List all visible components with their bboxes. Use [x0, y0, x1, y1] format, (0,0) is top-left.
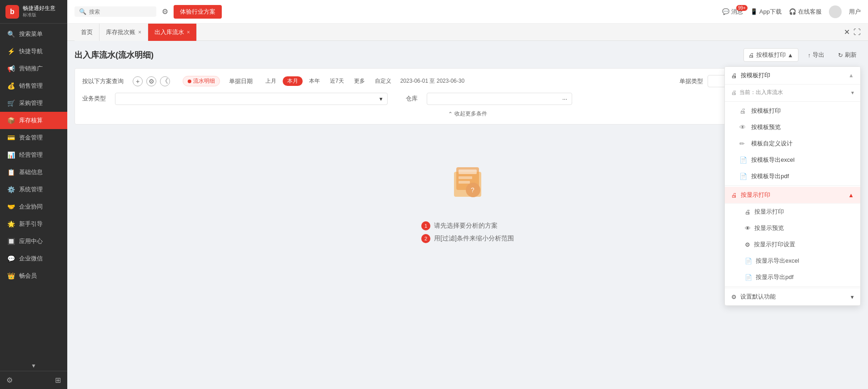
user-avatar[interactable] [829, 5, 842, 18]
collapse-icon[interactable]: ⊞ [55, 376, 61, 384]
stream-tag-dot [188, 80, 191, 83]
topbar-search-container: 🔍 [75, 6, 156, 17]
stream-tag[interactable]: 流水明细 [183, 76, 220, 86]
refresh-btn[interactable]: ↻ 刷新 [834, 49, 861, 61]
refresh-icon: ↻ [838, 52, 843, 59]
date-opt-last-month[interactable]: 上月 [262, 76, 280, 86]
dropdown-display-print[interactable]: 🖨 按显示打印 [725, 204, 860, 220]
template-print-btn[interactable]: 🖨 按模板打印 ▲ [743, 48, 798, 62]
divider-2 [725, 185, 860, 186]
sidebar-item-basic[interactable]: 📋基础信息 [0, 164, 67, 181]
sidebar-item-sales[interactable]: 💰销售管理 [0, 77, 67, 95]
app-download[interactable]: 📱 App下载 [750, 8, 782, 16]
tab-flow-close[interactable]: × [187, 29, 190, 35]
dropdown-footer[interactable]: ⚙ 设置默认功能 ▾ [725, 288, 860, 305]
sidebar-nav: 🔍搜索菜单⚡快捷导航📢营销推广💰销售管理🛒采购管理📦库存核算💳资金管理📊经营管理… [0, 24, 67, 361]
date-range: 2023-06-01 至 2023-06-30 [400, 77, 464, 85]
dropdown-display-pdf[interactable]: 📄 按显示导出pdf [725, 269, 860, 285]
tab-inventory-batch-label: 库存批次账 [106, 28, 135, 36]
template-excel-icon: 📄 [739, 156, 748, 164]
sidebar-scroll[interactable]: ▼ [0, 361, 67, 371]
sidebar-item-inventory[interactable]: 📦库存核算 [0, 112, 67, 129]
date-opt-7days[interactable]: 近7天 [326, 76, 348, 86]
tab-flow[interactable]: 出入库流水 × [148, 24, 197, 41]
empty-steps: 1 请先选择要分析的方案 2 用[过滤]条件来缩小分析范围 [421, 221, 514, 247]
sidebar-item-quick-nav[interactable]: ⚡快捷导航 [0, 43, 67, 60]
nav-icon-marketing: 📢 [6, 65, 15, 72]
collapse-icon: ⌃ [448, 111, 453, 117]
dropdown-display-section[interactable]: 🖨 按显示打印 ▲ [725, 187, 860, 204]
settings-gear-icon[interactable]: ⚙ [162, 7, 168, 16]
nav-label-purchase: 采购管理 [19, 99, 43, 107]
display-settings-label: 按显示打印设置 [754, 240, 795, 249]
filter-collapse-btn-small[interactable]: 《 [160, 76, 170, 86]
display-print-icon: 🖨 [745, 209, 751, 215]
biz-type-chevron: ▾ [379, 95, 383, 102]
page-title: 出入库流水(流水明细) [75, 50, 154, 60]
settings-icon[interactable]: ⚙ [6, 376, 13, 384]
sidebar-item-system[interactable]: ⚙️系统管理 [0, 181, 67, 198]
sidebar-item-apps[interactable]: 🔲应用中心 [0, 233, 67, 250]
print-header-icon: 🖨 [731, 72, 737, 79]
dropdown-template-print[interactable]: 🖨 按模板打印 [725, 103, 860, 119]
doc-type-label: 单据类型 [679, 77, 703, 85]
display-preview-label: 按显示预览 [754, 224, 784, 232]
dropdown-display-settings[interactable]: ⚙ 按显示打印设置 [725, 236, 860, 253]
export-icon: ↑ [808, 52, 811, 59]
biz-type-select[interactable]: ▾ [115, 93, 388, 105]
industry-btn[interactable]: 体验行业方案 [174, 5, 222, 19]
date-opt-this-year[interactable]: 本年 [305, 76, 324, 86]
template-print-label: 按模板打印 [756, 51, 786, 59]
filter-add-btn[interactable]: + [133, 76, 143, 86]
dropdown-template-excel[interactable]: 📄 按模板导出excel [725, 152, 860, 168]
tab-expand-icon[interactable]: ⛶ [853, 28, 861, 36]
main-area: 🔍 ⚙ 体验行业方案 💬 消息 99+ 📱 App下载 🎧 在线客服 用户 [67, 0, 868, 389]
sidebar: b 畅捷通好生意 标准版 🔍搜索菜单⚡快捷导航📢营销推广💰销售管理🛒采购管理📦库… [0, 0, 67, 389]
sidebar-item-member[interactable]: 👑畅会员 [0, 267, 67, 284]
tab-inventory-batch[interactable]: 库存批次账 × [100, 24, 148, 41]
nav-icon-system: ⚙️ [6, 186, 15, 193]
sidebar-item-operation[interactable]: 📊经营管理 [0, 146, 67, 164]
nav-label-collab: 企业协同 [19, 203, 43, 211]
dropdown-header-chevron[interactable]: ▲ [848, 72, 854, 79]
display-pdf-label: 按显示导出pdf [756, 273, 793, 281]
date-label: 单据日期 [229, 77, 253, 85]
dropdown-template-custom[interactable]: ✏ 模板自定义设计 [725, 135, 860, 152]
nav-icon-purchase: 🛒 [6, 100, 15, 107]
customer-service[interactable]: 🎧 在线客服 [789, 8, 822, 16]
sidebar-item-finance[interactable]: 💳资金管理 [0, 129, 67, 146]
dropdown-display-excel[interactable]: 📄 按显示导出excel [725, 253, 860, 269]
template-excel-label: 按模板导出excel [751, 156, 794, 164]
date-opt-more[interactable]: 更多 [350, 76, 369, 86]
search-icon: 🔍 [79, 8, 86, 15]
tabs-bar: 首页 库存批次账 × 出入库流水 × ✕ ⛶ [67, 24, 868, 41]
nav-icon-basic: 📋 [6, 169, 15, 176]
date-opt-custom[interactable]: 自定义 [371, 76, 395, 86]
tab-inventory-batch-close[interactable]: × [138, 29, 141, 35]
dropdown-header: 🖨 按模板打印 ▲ [725, 67, 860, 85]
sidebar-item-wechat[interactable]: 💬企业微信 [0, 250, 67, 267]
filter-settings-btn[interactable]: ⚙ [146, 76, 156, 86]
search-input[interactable] [89, 9, 152, 15]
topbar: 🔍 ⚙ 体验行业方案 💬 消息 99+ 📱 App下载 🎧 在线客服 用户 [67, 0, 868, 24]
sidebar-item-purchase[interactable]: 🛒采购管理 [0, 95, 67, 112]
current-label-content: 🖨 当前：出入库流水 [731, 89, 783, 96]
dropdown-template-preview[interactable]: 👁 按模板预览 [725, 119, 860, 135]
date-options: 上月 本月 本年 近7天 更多 自定义 2023-06-01 至 2023-06… [262, 76, 670, 86]
date-opt-this-month[interactable]: 本月 [283, 76, 303, 86]
dropdown-display-preview[interactable]: 👁 按显示预览 [725, 220, 860, 236]
sidebar-item-marketing[interactable]: 📢营销推广 [0, 60, 67, 77]
export-btn[interactable]: ↑ 导出 [804, 49, 829, 61]
sidebar-item-guide[interactable]: 🌟新手引导 [0, 215, 67, 233]
sidebar-logo: b 畅捷通好生意 标准版 [0, 0, 67, 24]
dropdown-header-title: 🖨 按模板打印 [731, 71, 770, 80]
dropdown-template-pdf[interactable]: 📄 按模板导出pdf [725, 168, 860, 185]
warehouse-label: 仓库 [406, 95, 418, 103]
tab-home[interactable]: 首页 [75, 24, 100, 41]
current-icon: 🖨 [731, 90, 737, 96]
sidebar-item-collab[interactable]: 🤝企业协同 [0, 198, 67, 215]
tab-close-all-icon[interactable]: ✕ [844, 28, 850, 36]
warehouse-select[interactable]: ··· [427, 93, 572, 105]
sidebar-item-search[interactable]: 🔍搜索菜单 [0, 25, 67, 43]
message-badge[interactable]: 💬 消息 99+ [722, 8, 743, 16]
